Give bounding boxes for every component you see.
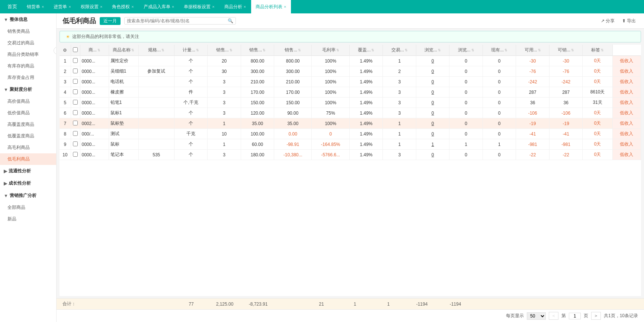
sidebar-item-low-coverage[interactable]: 低覆盖度商品 [0,130,56,142]
row-transaction[interactable]: 0 [416,66,449,77]
close-product-icon[interactable]: × [172,4,174,9]
sidebar-item-new-products[interactable]: 新品 [0,213,56,225]
footer-stock: -1194 [411,302,433,307]
prev-page-button[interactable]: ＜ [549,312,558,320]
share-button[interactable]: ↗ 分享 [599,17,617,25]
sidebar-item-stocked-products[interactable]: 有库存的商品 [0,60,56,72]
col-tag[interactable]: 标签⇅ [583,45,613,56]
row-select-checkbox[interactable] [73,100,78,105]
sidebar-section-overall[interactable]: ▼ 整体信息 [0,13,56,26]
row-select-checkbox[interactable] [73,89,78,94]
row-checkbox[interactable] [71,77,80,87]
row-select-checkbox[interactable] [73,131,78,136]
sidebar-section-marketing[interactable]: ▼ 营销推广分析 [0,189,56,202]
col-sellable[interactable]: 可销...⇅ [549,45,582,56]
sidebar-item-sales-products[interactable]: 销售类商品 [0,26,56,37]
row-checkbox[interactable] [71,66,80,77]
close-role-icon[interactable]: × [131,4,134,9]
row-ratio: 75% [312,108,350,118]
close-list-icon[interactable]: × [284,4,286,9]
row-checkbox[interactable] [71,129,80,139]
row-no: 3 [60,77,71,87]
sidebar-item-category-rate[interactable]: 商品分类助销率 [0,49,56,60]
sidebar-item-low-margin[interactable]: 低毛利商品 [0,153,56,165]
col-browse1[interactable]: 浏览...⇅ [416,45,449,56]
row-transaction[interactable]: 0 [416,56,449,66]
sidebar-item-all-products[interactable]: 全部商品 [0,202,56,213]
row-select-checkbox[interactable] [73,79,78,84]
row-transaction[interactable]: 0 [416,150,449,160]
sidebar-item-high-coverage[interactable]: 高覆盖度商品 [0,119,56,130]
row-transaction[interactable]: 1 [416,139,449,150]
nav-product-entry[interactable]: 产成品入库单 × [139,0,179,13]
close-purchase-icon[interactable]: × [68,4,71,9]
sidebar-item-high-margin[interactable]: 高毛利商品 [0,142,56,153]
row-checkbox[interactable] [71,139,80,150]
nav-home[interactable]: 首页 [3,0,22,13]
col-transaction[interactable]: 交易...⇅ [383,45,416,56]
row-transaction[interactable]: 0 [416,118,449,129]
nav-template-settings[interactable]: 单据模板设置 × [179,0,219,13]
nav-purchase[interactable]: 进货单 × [49,0,75,13]
close-permissions-icon[interactable]: × [100,4,102,9]
current-page-input[interactable] [569,313,581,319]
sidebar-item-traded-products[interactable]: 交易过的商品 [0,37,56,49]
search-icon[interactable]: 🔍 [228,18,233,23]
row-transaction[interactable]: 0 [416,108,449,118]
sidebar-item-low-value[interactable]: 低价值商品 [0,107,56,119]
nav-role-auth[interactable]: 角色授权 × [108,0,138,13]
col-coverage[interactable]: 覆盖...⇅ [350,45,383,56]
export-button[interactable]: ⬆ 导出 [620,17,638,25]
col-browse2[interactable]: 浏览...⇅ [449,45,483,56]
col-amount[interactable]: 销售...⇅ [274,45,312,56]
close-template-icon[interactable]: × [212,4,214,9]
nav-permissions[interactable]: 权限设置 × [76,0,107,13]
row-checkbox[interactable] [71,150,80,160]
row-checkbox[interactable] [71,98,80,108]
period-button[interactable]: 近一月 [100,17,121,25]
col-checkbox[interactable] [71,45,80,56]
row-transaction[interactable]: 0 [416,87,449,98]
row-select-checkbox[interactable] [73,110,78,115]
row-select-checkbox[interactable] [73,152,78,157]
col-name[interactable]: 商品名称⇅ [109,45,138,56]
nav-sales[interactable]: 销货单 × [22,0,48,13]
nav-product-analysis[interactable]: 商品分析 × [220,0,250,13]
search-input[interactable] [127,18,228,23]
row-select-checkbox[interactable] [73,58,78,63]
footer-label: 合计： [63,301,76,307]
row-qty: 10 [208,129,241,139]
row-transaction[interactable]: 0 [416,77,449,87]
close-sales-icon[interactable]: × [42,4,44,9]
row-select-checkbox[interactable] [73,68,78,73]
row-price: 60.00 [241,139,274,150]
row-checkbox[interactable] [71,118,80,129]
per-page-select[interactable]: 50 100 200 [527,312,546,320]
row-checkbox[interactable] [71,87,80,98]
sidebar-item-capital-usage[interactable]: 库存资金占用 [0,72,56,83]
row-checkbox[interactable] [71,108,80,118]
col-gross-rate[interactable]: 毛利率⇅ [312,45,350,56]
row-transaction[interactable]: 0 [416,129,449,139]
sidebar-section-wealth[interactable]: ▼ 聚财度分析 [0,83,56,96]
nav-analysis-list[interactable]: 商品分析列表 × [251,0,291,13]
next-page-button[interactable]: ＞ [591,312,601,320]
row-checkbox[interactable] [71,56,80,66]
close-analysis-icon[interactable]: × [244,4,246,9]
col-unit[interactable]: 计量...⇅ [174,45,207,56]
col-available[interactable]: 可用...⇅ [516,45,549,56]
row-select-checkbox[interactable] [73,121,78,125]
sidebar-section-growth[interactable]: ▶ 成长性分析 [0,177,56,189]
select-all-checkbox[interactable] [73,47,78,52]
sidebar-item-high-value[interactable]: 高价值商品 [0,96,56,107]
col-code[interactable]: 商...⇅ [80,45,109,56]
col-stock[interactable]: 现有...⇅ [483,45,516,56]
row-browse2: 0 [483,66,516,77]
col-price[interactable]: 销售...⇅ [241,45,274,56]
row-transaction[interactable]: 0 [416,98,449,108]
sidebar-section-liquidity[interactable]: ▶ 流通性分析 [0,165,56,177]
col-spec[interactable]: 规格...⇅ [138,45,174,56]
col-qty[interactable]: 销售...⇅ [208,45,241,56]
col-settings[interactable]: ⚙ [60,45,71,56]
row-select-checkbox[interactable] [73,141,78,146]
